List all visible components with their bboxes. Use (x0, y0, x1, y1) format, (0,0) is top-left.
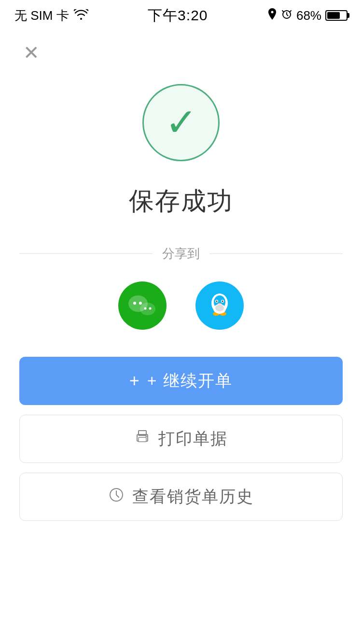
wechat-share-button[interactable] (118, 281, 167, 330)
history-label: 查看销货单历史 (132, 486, 254, 508)
divider-right (209, 253, 343, 254)
print-icon (134, 429, 151, 449)
alarm-icon (281, 8, 292, 23)
continue-button[interactable]: + + 继续开单 (19, 357, 343, 405)
status-left: 无 SIM 卡 (14, 7, 88, 24)
svg-point-19 (215, 305, 224, 311)
battery-icon (325, 10, 348, 21)
checkmark-icon: ✓ (165, 103, 197, 142)
wifi-icon (74, 8, 88, 23)
battery-percent: 68% (296, 8, 321, 23)
success-circle: ✓ (142, 84, 220, 161)
svg-rect-21 (139, 437, 146, 442)
wechat-icon (127, 293, 157, 318)
svg-point-23 (146, 436, 147, 437)
status-right: 68% (267, 8, 348, 23)
share-label: 分享到 (162, 245, 200, 262)
svg-point-13 (216, 301, 218, 302)
svg-point-0 (271, 11, 273, 13)
svg-point-8 (149, 308, 152, 310)
share-icons (19, 281, 343, 330)
qq-icon (207, 291, 232, 321)
print-button[interactable]: 打印单据 (19, 415, 343, 463)
location-icon (267, 8, 277, 23)
svg-point-4 (133, 302, 136, 305)
share-section: 分享到 (19, 245, 343, 330)
qq-share-button[interactable] (195, 281, 244, 330)
share-divider: 分享到 (19, 245, 343, 262)
continue-label: + 继续开单 (147, 370, 233, 392)
sim-text: 无 SIM 卡 (14, 7, 69, 24)
svg-point-7 (144, 308, 147, 310)
main-content: ✕ ✓ 保存成功 分享到 (0, 31, 362, 540)
close-button[interactable]: ✕ (19, 41, 343, 65)
close-icon: ✕ (23, 43, 40, 62)
status-time: 下午3:20 (148, 6, 208, 26)
svg-point-5 (139, 302, 142, 305)
history-icon (108, 487, 125, 507)
svg-point-6 (140, 303, 155, 315)
success-title: 保存成功 (129, 184, 233, 218)
action-buttons: + + 继续开单 打印单据 查看销货单历 (19, 357, 343, 521)
print-label: 打印单据 (158, 428, 228, 450)
history-button[interactable]: 查看销货单历史 (19, 473, 343, 521)
plus-icon: + (129, 371, 139, 391)
divider-left (19, 253, 153, 254)
svg-point-14 (222, 301, 223, 302)
status-bar: 无 SIM 卡 下午3:20 68% (0, 0, 362, 31)
